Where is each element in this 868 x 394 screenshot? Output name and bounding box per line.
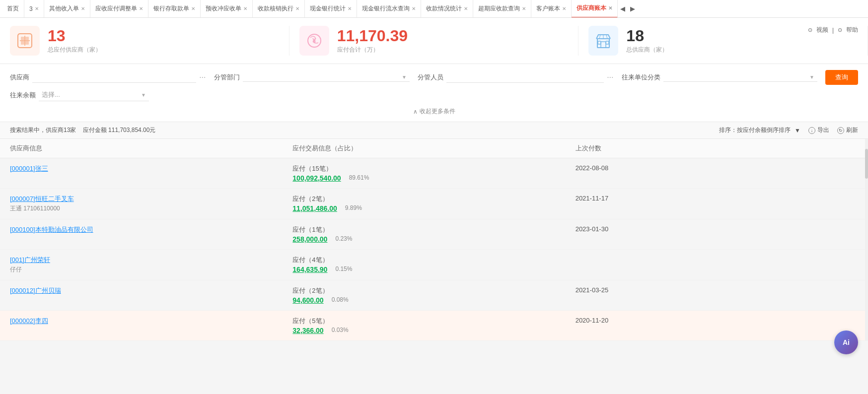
- amount-link-2[interactable]: 258,000.00: [292, 235, 327, 243]
- nav-tab-customer-ledger[interactable]: 客户账本 ✕: [531, 0, 572, 18]
- supplier-link-4[interactable]: [000012]广州贝瑞: [10, 287, 61, 294]
- chevron-down-icon: ▼: [809, 74, 814, 80]
- supplier-link-5[interactable]: [000002]李四: [10, 317, 48, 325]
- person-filter-input[interactable]: [446, 72, 604, 83]
- col-header-last-pay: 上次付数: [576, 144, 858, 153]
- nav-tab-supplier-ledger[interactable]: 供应商账本 ✕: [572, 0, 618, 18]
- trans-info-5: 应付（5笔） 32,366.00 0.03%: [292, 317, 575, 334]
- nav-tab-home[interactable]: 首页: [2, 0, 24, 18]
- table-body: [000001]张三 应付（15笔） 100,092,540.00 89.61%…: [0, 158, 868, 341]
- amount-link-3[interactable]: 164,635.90: [292, 265, 327, 273]
- nav-tab-overdue-ar[interactable]: 超期应收款查询 ✕: [473, 0, 531, 18]
- nav-tab-advance-receipt[interactable]: 预收冲应收单 ✕: [201, 0, 253, 18]
- total-suppliers-label: 总供应商（家）: [626, 46, 668, 54]
- export-button[interactable]: ↓ 导出: [808, 126, 829, 134]
- nav-tab-cash-bank-stat[interactable]: 现金银行统计 ✕: [305, 0, 357, 18]
- summary-text-total: 18 总供应商（家）: [626, 27, 668, 54]
- supplier-link-3[interactable]: [001]广州荣轩: [10, 256, 50, 263]
- close-icon[interactable]: ✕: [35, 6, 39, 11]
- total-payable-amount-label: 应付合计（万）: [337, 46, 408, 54]
- close-icon[interactable]: ✕: [464, 6, 468, 11]
- amount-link-5[interactable]: 32,366.00: [292, 327, 323, 334]
- supplier-filter-input[interactable]: [32, 72, 196, 83]
- svg-rect-9: [598, 41, 601, 44]
- total-payable-suppliers-label: 总应付供应商（家）: [48, 46, 101, 54]
- supplier-info-1: [000007]恒旺二手叉车 王通 17106110000: [10, 195, 292, 213]
- filter-supplier: 供应商 ···: [10, 72, 206, 83]
- amount-link-4[interactable]: 94,600.00: [292, 296, 323, 304]
- trans-info-1: 应付（2笔） 11,051,486.00 9.89%: [292, 195, 575, 212]
- close-icon[interactable]: ✕: [81, 6, 85, 11]
- chevron-down-icon: ▼: [141, 92, 146, 98]
- supplier-link-0[interactable]: [000001]张三: [10, 165, 48, 172]
- table-row: [000100]本特勤油品有限公司 应付（1笔） 258,000.00 0.23…: [0, 219, 868, 250]
- result-info: 搜索结果中，供应商13家 应付金额 111,703,854.00元: [10, 126, 155, 134]
- filter-dept: 分管部门 ▼: [214, 73, 410, 82]
- chevron-down-icon: ▼: [402, 74, 407, 80]
- chevron-down-icon: ▼: [795, 127, 800, 134]
- close-icon[interactable]: ✕: [295, 6, 299, 11]
- supplier-link-2[interactable]: [000100]本特勤油品有限公司: [10, 226, 93, 233]
- category-filter-select[interactable]: ▼: [663, 73, 818, 82]
- nav-tab-collection[interactable]: 收款核销执行 ✕: [253, 0, 305, 18]
- nav-prev-arrow[interactable]: ◀: [618, 0, 628, 18]
- filter-category: 往来单位分类 ▼: [622, 73, 818, 82]
- last-pay-2: 2023-01-30: [576, 225, 858, 233]
- close-icon[interactable]: ✕: [243, 6, 247, 11]
- help-link[interactable]: 帮助: [846, 26, 858, 34]
- close-icon[interactable]: ✕: [608, 5, 612, 11]
- trans-info-3: 应付（4笔） 164,635.90 0.15%: [292, 256, 575, 273]
- close-icon[interactable]: ✕: [522, 6, 526, 11]
- supplier-icon: [10, 26, 40, 56]
- dept-filter-select[interactable]: ▼: [243, 73, 410, 82]
- chevron-up-icon: ∧: [413, 108, 418, 115]
- person-more-icon[interactable]: ···: [607, 73, 613, 82]
- close-icon[interactable]: ✕: [562, 6, 566, 11]
- amount-link-0[interactable]: 100,092,540.00: [292, 174, 341, 182]
- result-actions: 排序：按应付余额倒序排序 ▼ ↓ 导出 ↻ 刷新: [719, 126, 858, 134]
- filter-row-1: 供应商 ··· 分管部门 ▼ 分管人员 ··· 往来单位分类 ▼ 查询: [10, 70, 858, 85]
- last-pay-5: 2020-11-20: [576, 317, 858, 324]
- last-pay-1: 2021-11-17: [576, 195, 858, 202]
- nav-next-arrow[interactable]: ▶: [628, 0, 638, 18]
- balance-filter-select[interactable]: 选择... ▼: [39, 89, 149, 101]
- nav-tab-bank-deposit[interactable]: 银行存取款单 ✕: [148, 0, 201, 18]
- collapse-button[interactable]: ∧ 收起更多条件: [10, 105, 858, 118]
- nav-tab-cash-flow[interactable]: 现金银行流水查询 ✕: [357, 0, 421, 18]
- supplier-info-4: [000012]广州贝瑞: [10, 286, 292, 295]
- category-filter-label: 往来单位分类: [622, 73, 660, 82]
- nav-tab-ar-ap-adjust[interactable]: 应收应付调整单 ✕: [90, 0, 148, 18]
- close-icon[interactable]: ✕: [348, 6, 352, 11]
- nav-tab-collection-stat[interactable]: 收款情况统计 ✕: [421, 0, 473, 18]
- last-pay-4: 2021-03-25: [576, 286, 858, 294]
- supplier-info-5: [000002]李四: [10, 317, 292, 326]
- video-link[interactable]: 视频: [816, 26, 828, 34]
- separator: |: [832, 27, 834, 34]
- last-pay-0: 2022-08-08: [576, 164, 858, 172]
- close-icon[interactable]: ✕: [191, 6, 195, 11]
- summary-bar: 13 总应付供应商（家） ¥ 11,170.39 应付合计（万）: [0, 18, 868, 64]
- refresh-button[interactable]: ↻ 刷新: [837, 126, 858, 134]
- search-button[interactable]: 查询: [825, 70, 858, 85]
- filter-balance: 往来余额 选择... ▼: [10, 89, 149, 101]
- top-right-links: ⊙ 视频 | ⊙ 帮助: [808, 26, 858, 34]
- scrollbar[interactable]: [865, 139, 868, 341]
- table-row: [000012]广州贝瑞 应付（2笔） 94,600.00 0.08% 2021…: [0, 280, 868, 311]
- result-bar: 搜索结果中，供应商13家 应付金额 111,703,854.00元 排序：按应付…: [0, 122, 868, 139]
- col-header-trans: 应付交易信息（占比）: [292, 144, 575, 153]
- scrollbar-thumb[interactable]: [865, 149, 868, 179]
- close-icon[interactable]: ✕: [412, 6, 416, 11]
- top-navigation: 首页 3 ✕ 其他收入单 ✕ 应收应付调整单 ✕ 银行存取款单 ✕ 预收冲应收单…: [0, 0, 868, 18]
- sort-select[interactable]: 排序：按应付余额倒序排序 ▼: [719, 126, 800, 134]
- trans-info-2: 应付（1笔） 258,000.00 0.23%: [292, 225, 575, 243]
- supplier-info-3: [001]广州荣轩 仔仔: [10, 256, 292, 274]
- amount-link-1[interactable]: 11,051,486.00: [292, 204, 337, 212]
- supplier-link-1[interactable]: [000007]恒旺二手叉车: [10, 195, 74, 202]
- supplier-info-2: [000100]本特勤油品有限公司: [10, 225, 292, 234]
- table-row: [000001]张三 应付（15笔） 100,092,540.00 89.61%…: [0, 158, 868, 189]
- summary-card-suppliers: 13 总应付供应商（家）: [0, 26, 289, 56]
- supplier-more-icon[interactable]: ···: [199, 73, 206, 82]
- close-icon[interactable]: ✕: [139, 6, 143, 11]
- nav-tab-3[interactable]: 3 ✕: [24, 0, 44, 18]
- nav-tab-other-income[interactable]: 其他收入单 ✕: [44, 0, 90, 18]
